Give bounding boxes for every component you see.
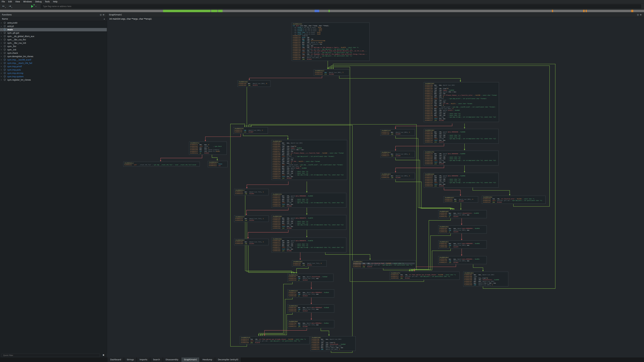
graph-node-0x00001454[interactable]: [0x00001454]0x00001454 mov eax, dword da…: [438, 225, 487, 233]
graph-node-0x000015c8[interactable]: [0x000015c8]0x000015c8 lea rdi, str.That…: [240, 336, 310, 344]
asm-line: 0x00001403 mov rdi, rax ; const char *s1: [425, 158, 498, 160]
asm-line: [0x000015f4]: [234, 128, 267, 130]
asm-line: 0x000015db lea rcx, [rax*4]: [312, 342, 354, 344]
tab-decompiler-entry0[interactable]: Decompiler (entry0): [215, 358, 241, 362]
graph-node-0x00001525[interactable]: [0x00001525]0x00001525 mov rdx, qword da…: [272, 193, 346, 208]
asm-line: 0x000013d0 jmp 0x1449: [381, 133, 414, 135]
asm-line: 0x000015b8 cmp dword [var_7ch], eax: [288, 309, 333, 310]
asm-line: 0x00001390 lea rax, [s1]: [425, 99, 498, 101]
asm-line: [0x00001548]: [272, 216, 345, 217]
graph-node-0x0000143b[interactable]: [0x0000143b]0x0000143b lea rdi, str.Inva…: [482, 196, 546, 204]
graph-node-0x00001364[interactable]: [0x00001364]0x00001364 mov eax, dword [v…: [424, 82, 499, 122]
graph-node-0x000013d2[interactable]: [0x000013d2]0x000013d2 mov rdx, qword da…: [424, 129, 498, 144]
tab-graph-main[interactable]: Graph(main): [181, 358, 200, 362]
graph-node-0x000015bd[interactable]: [0x000015bd]0x000015bd mov eax, dword da…: [288, 320, 334, 328]
asm-line: 0x00001473 jne 0x1483: [439, 262, 486, 264]
asm-line: 0x000015ed mov dword [rcx + rdx], eax: [312, 347, 354, 349]
graph-node-0x000015f4[interactable]: [0x000015f4]0x000015f4 cmp dword [var_84…: [233, 127, 268, 134]
tab-hexdump[interactable]: Hexdump: [200, 358, 215, 362]
graph-node-0x0000156b[interactable]: [0x0000156b]0x0000156b mov rdx, qword da…: [272, 238, 346, 252]
asm-line: [0x0000153f]: [235, 216, 268, 218]
asm-line: 0x0000156b mov rdx, qword data.00004078 …: [272, 240, 345, 242]
asm-line: 0x000013e8 test eax, eax: [425, 140, 498, 141]
graph-node-0x0000151c[interactable]: [0x0000151c]0x0000151c mov dword [var_7c…: [234, 189, 269, 195]
asm-line: 0x000015c3 cmp dword [var_7ch], eax: [288, 324, 333, 326]
asm-line: 0x00001418 mov rdx, qword data.00004058 …: [425, 175, 498, 177]
asm-line: 0x0000159a jmp 0x15f4: [353, 266, 415, 268]
graph-node-0x0000158e[interactable]: [0x0000158e]0x0000158e lea rdi, str.Inva…: [352, 260, 416, 268]
graph-node-0x000015a7[interactable]: [0x000015a7]0x000015a7 mov eax, dword da…: [288, 290, 334, 298]
graph-canvas[interactable]: [0x00001319]int main (int argc, char **a…: [0, 0, 644, 362]
tab-dashboard[interactable]: Dashboard: [108, 358, 124, 362]
asm-line: 0x00001416 jmp 0x1449: [381, 177, 414, 178]
asm-line: 0x000015a2 cmp dword [var_7ch], eax: [288, 278, 332, 279]
graph-node-0x000015d6[interactable]: [0x000015d6]0x000015d6 mov eax, dword [v…: [310, 336, 356, 351]
asm-line: 0x0000149a mov dword [rcx + rdx], eax: [464, 282, 507, 284]
graph-node-0x000014ab[interactable]: [0x000014ab]0x000014ab mov dword [var_84…: [238, 80, 270, 87]
graph-node-0x000013c9[interactable]: [0x000013c9]0x000013c9 mov dword [var_80…: [380, 129, 415, 136]
asm-line: 0x0000151c mov dword [var_7ch], 1: [235, 191, 268, 193]
asm-line: 0x00001429 call strcmp ; sym.imp.strcmp …: [425, 182, 498, 184]
asm-line: [0x0000159c]: [288, 274, 332, 276]
asm-line: 0x0000157c call strcmp ; sym.imp.strcmp …: [272, 247, 345, 248]
graph-node-0x0000153f[interactable]: [0x0000153f]0x0000153f mov dword [var_7c…: [234, 216, 269, 222]
graph-node-0x000013ec[interactable]: [0x000013ec]0x000013ec mov dword [var_80…: [380, 151, 415, 157]
asm-line: [0x000013ec]: [381, 152, 414, 153]
asm-line: 0x0000142e test eax, eax: [425, 184, 498, 185]
asm-line: 0x00001523 jmp 0x159c: [235, 193, 268, 195]
graph-node-0x00001319[interactable]: [0x00001319]int main (int argc, char **a…: [292, 23, 370, 61]
asm-line: 0x000015fe mov eax, 0: [190, 144, 226, 146]
graph-node-0x0000146a[interactable]: [0x0000146a]0x0000146a mov eax, dword da…: [438, 256, 487, 264]
asm-line: [0x00001454]: [439, 226, 486, 228]
asm-line: 0x00001509 lea rax, [s1]: [272, 169, 346, 171]
asm-line: 0x00001562 mov dword [var_7ch], 3: [235, 241, 268, 243]
graph-node-0x000014a1[interactable]: [0x000014a1]0x000014a1 cmp dword [var_84…: [314, 69, 349, 76]
tab-disassembly[interactable]: Disassembly: [163, 358, 182, 362]
asm-line: 0x000015cf call section..plt.sec ; sym.i…: [241, 340, 308, 342]
asm-line: 0x00001548 mov rdx, qword data.00004070 …: [272, 217, 345, 219]
asm-line: 0x00001576 mov rsi, rdx ; const char *s2: [272, 243, 345, 245]
graph-node-0x00001621[interactable]: [0x00001621]0x00001621 leave0x00001622 r…: [208, 161, 228, 167]
asm-line: [0x000014a1]: [315, 70, 348, 72]
asm-line: 0x000014cf mov rsi, rax: [272, 151, 346, 152]
asm-line: 0x0000153b test eax, eax: [272, 204, 345, 205]
cutter-window: FileEditViewWindowsDebugToolsHelp ← ▾ → …: [0, 0, 644, 362]
graph-node-0x00001562[interactable]: [0x00001562]0x00001562 mov dword [var_7c…: [234, 239, 269, 245]
graph-node-0x00001449[interactable]: [0x00001449]0x00001449 mov eax, dword ch…: [438, 210, 487, 218]
asm-line: 0x000015bd mov eax, dword data.000040ac …: [288, 323, 333, 324]
tab-search[interactable]: Search: [150, 358, 163, 362]
asm-line: 0x000014c4 lea rax, names ; 0x4020: [272, 147, 346, 149]
graph-node-0x00001548[interactable]: [0x00001548]0x00001548 mov rdx, qword da…: [272, 215, 346, 230]
graph-node-0x0000161c[interactable]: [0x0000161c]0x0000161c call __stack_chk_…: [123, 162, 200, 166]
asm-line: 0x000013c5 test eax, eax: [425, 118, 498, 120]
asm-line: 0x0000140b test eax, eax: [425, 161, 498, 163]
graph-node-0x00001483[interactable]: [0x00001483]0x00001483 mov eax, dword [v…: [463, 272, 508, 286]
tab-strings[interactable]: Strings: [124, 358, 137, 362]
asm-line: 0x0000132e mov qword [canary], rax: [293, 43, 368, 45]
graph-node-0x00001585[interactable]: [0x00001585]0x00001585 mov dword [var_7c…: [292, 260, 326, 267]
asm-line: 0x00001426 mov rdi, rax ; const char *s1: [425, 180, 498, 182]
graph-node-0x000015fe[interactable]: [0x000015fe]0x000015fe mov eax, 00x00001…: [189, 142, 227, 155]
asm-line: 0x00001533 mov rdi, rax ; const char *s1: [272, 200, 345, 202]
asm-line: 0x0000161a je 0x1621: [190, 152, 226, 154]
bottom-tab-bar: DashboardStringsImportsSearchDisassembly…: [0, 358, 644, 362]
asm-line: ; var int64_t var_84h @ stack - 0x84: [293, 27, 368, 28]
asm-line: [0x00001621]: [209, 162, 226, 163]
graph-node-0x00001418[interactable]: [0x00001418]0x00001418 mov rdx, qword da…: [424, 173, 498, 188]
graph-node-0x00001432[interactable]: [0x00001432]0x00001432 mov dword [var_80…: [444, 196, 478, 203]
graph-node-0x0000159c[interactable]: [0x0000159c]0x0000159c mov eax, dword ch…: [288, 274, 334, 282]
asm-line: [0x00001585]: [293, 261, 326, 263]
graph-node-0x00001475[interactable]: [0x00001475]0x00001475 lea rdi, str.That…: [390, 272, 460, 280]
asm-line: 0x000015bb je 0x15c8: [288, 310, 333, 312]
asm-line: 0x000014d9 mov eax, 0: [272, 154, 346, 156]
asm-line: 0x00001579 mov rdi, rax ; const char *s1: [272, 245, 345, 247]
graph-node-0x000014b7[interactable]: [0x000014b7]0x000014b7 mov eax, dword [v…: [272, 140, 347, 180]
tab-imports[interactable]: Imports: [137, 358, 150, 362]
graph-node-0x0000140f[interactable]: [0x0000140f]0x0000140f mov dword [var_80…: [380, 173, 415, 179]
graph-node-0x000015b2[interactable]: [0x000015b2]0x000015b2 mov eax, dword da…: [288, 305, 334, 313]
asm-line: 0x00001439 jmp 0x1449: [444, 200, 477, 202]
asm-line: ; var uint64_t var_80h @ stack - 0x80: [293, 28, 368, 30]
graph-node-0x000013f5[interactable]: [0x000013f5]0x000013f5 mov rdx, qword da…: [424, 151, 498, 165]
graph-node-0x0000145f[interactable]: [0x0000145f]0x0000145f mov eax, dword da…: [438, 241, 487, 249]
asm-line: 0x00001454 mov eax, dword data.00004094 …: [439, 228, 486, 229]
